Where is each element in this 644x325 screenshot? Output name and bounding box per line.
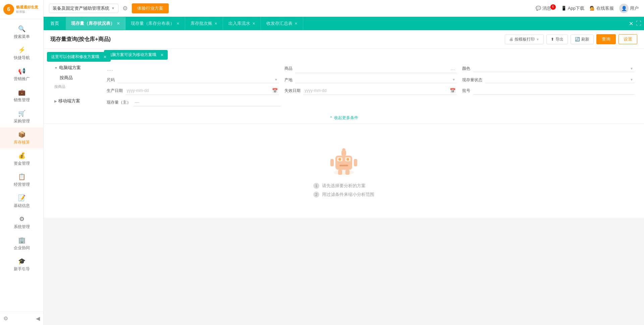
sidebar-item-corp[interactable]: 🏢 企业协同 xyxy=(0,233,43,254)
tooltip2-text: 这里可以创建和修改方案哦 xyxy=(51,54,99,60)
sidebar: 6 畅通通好生意 标准版 🔍 搜索菜单 ⚡ 快捷导航 📢 营销推广 💼 销售管理 xyxy=(0,0,44,325)
system-selector[interactable]: 装备及固定资产辅助管理系统 ▼ xyxy=(49,4,118,13)
collapse-sidebar-icon[interactable]: ◀ xyxy=(36,315,40,322)
tab-close-all-icon[interactable]: ✕ xyxy=(629,20,633,27)
tab-inventory-dist[interactable]: 现存量（库存分布表） ✕ xyxy=(125,17,185,30)
logo: 6 畅通通好生意 标准版 xyxy=(0,0,43,19)
origin-select-arrow: ▼ xyxy=(452,78,455,82)
message-action[interactable]: 💬 消息 6 xyxy=(536,5,556,11)
sidebar-item-search[interactable]: 🔍 搜索菜单 xyxy=(0,22,43,43)
ellipsis-icon-1[interactable]: … xyxy=(107,65,113,72)
tab-maximize-icon[interactable]: ⛶ xyxy=(636,20,641,26)
color-select[interactable]: ▼ xyxy=(473,65,635,72)
svg-rect-11 xyxy=(338,170,342,175)
empty-tips: 1 请先选择要分析的方案 2 用过滤条件来缩小分析范围 xyxy=(313,183,374,198)
scheme-mobile-spacer: 按商品 xyxy=(50,83,101,89)
tab-close-inventory-dist[interactable]: ✕ xyxy=(176,21,179,26)
tab-close-receive[interactable]: ✕ xyxy=(294,21,298,26)
filter-body: 这里可以创建和修改方案哦 ✕ ▼ 电脑端方案 按商品 按商 xyxy=(50,63,637,112)
page-inner: 现存量查询(按仓库+商品) 🖨 按模板打印 ▼ ⬆ 导出 🔄 xyxy=(44,30,644,218)
page-header: 现存量查询(按仓库+商品) 🖨 按模板打印 ▼ ⬆ 导出 🔄 xyxy=(44,30,644,49)
origin-select[interactable]: ▼ xyxy=(295,76,457,83)
expire-date-input[interactable]: yyyy-mm-dd 📅 xyxy=(303,87,457,95)
message-icon: 💬 xyxy=(536,6,541,11)
calendar-icon-2[interactable]: 📅 xyxy=(450,88,455,93)
tab-inventory-status[interactable]: 现存量（库存状况表） ✕ xyxy=(66,17,125,30)
calendar-icon-1[interactable]: 📅 xyxy=(272,88,278,93)
marketing-icon: 📢 xyxy=(18,67,25,75)
scheme-mobile-label: 移动端方案 xyxy=(58,98,80,104)
tab-batch[interactable]: 库存批次账 ✕ xyxy=(185,17,223,30)
sidebar-item-basic[interactable]: 📝 基础信息 xyxy=(0,191,43,212)
tip-num-2: 2 xyxy=(313,192,319,198)
filter-field-status: 现存量状态 ▼ xyxy=(462,76,635,83)
trial-button[interactable]: 体验行业方案 xyxy=(132,3,169,13)
tooltip-scheme: 电脑方案可设为移动方案哦 ✕ xyxy=(104,50,168,60)
tab-inout[interactable]: 出入库流水 ✕ xyxy=(223,17,261,30)
filter-field-stock-main: 现存量（主） — xyxy=(107,98,281,106)
sidebar-label-search: 搜索菜单 xyxy=(14,34,30,40)
tip-text-2: 用过滤条件来缩小分析范围 xyxy=(322,192,374,198)
stock-main-input[interactable]: — xyxy=(133,98,281,106)
support-action[interactable]: 💁 在线客服 xyxy=(590,5,614,11)
settings-icon[interactable]: ⚙ xyxy=(122,5,128,12)
collapse-button[interactable]: ⌃ 收起更多条件 xyxy=(50,112,637,123)
operation-icon: 📋 xyxy=(18,173,25,180)
logo-badge: 标准版 xyxy=(16,10,38,14)
svg-point-4 xyxy=(338,158,341,161)
sidebar-item-purchase[interactable]: 🛒 采购管理 xyxy=(0,106,43,127)
sidebar-item-quick[interactable]: ⚡ 快捷导航 xyxy=(0,43,43,64)
empty-illustration xyxy=(327,144,361,177)
status-select-arrow: ▼ xyxy=(630,78,633,82)
goods-input[interactable]: … xyxy=(295,64,457,73)
collapse-icon: ⌃ xyxy=(329,116,333,120)
tab-close-batch[interactable]: ✕ xyxy=(214,21,217,26)
svg-point-5 xyxy=(346,158,349,161)
tab-home[interactable]: 首页 xyxy=(44,17,66,30)
tab-receive[interactable]: 收发存汇总表 ✕ xyxy=(261,17,303,30)
settings-footer-icon[interactable]: ⚙ xyxy=(3,315,8,322)
sidebar-item-guide[interactable]: 🎓 新手引导 xyxy=(0,254,43,275)
settings-button[interactable]: 设置 xyxy=(619,34,637,44)
user-action[interactable]: 👤 用户 xyxy=(619,4,639,13)
sidebar-footer: ⚙ ◀ xyxy=(0,312,43,325)
ellipsis-icon-2[interactable]: … xyxy=(450,65,455,71)
sidebar-item-inventory[interactable]: 📦 库存核算 xyxy=(0,127,43,149)
filter-area: 按以下方案查询 + ✎ ← 电脑方案可设为移动方 xyxy=(44,49,644,124)
search-button[interactable]: 查询 xyxy=(596,34,616,44)
size-select[interactable]: ▼ xyxy=(117,76,279,83)
sidebar-item-marketing[interactable]: 📢 营销推广 xyxy=(0,64,43,85)
stock-range-dash: — xyxy=(135,100,139,105)
sidebar-item-finance[interactable]: 💰 资金管理 xyxy=(0,149,43,170)
tab-close-inout[interactable]: ✕ xyxy=(252,21,255,26)
guide-icon: 🎓 xyxy=(18,258,25,265)
tab-close-inventory-status[interactable]: ✕ xyxy=(117,21,120,26)
empty-tip-2: 2 用过滤条件来缩小分析范围 xyxy=(313,192,374,198)
filter-fields: … 商品 … xyxy=(104,63,637,112)
app-download-action[interactable]: 📱 App下载 xyxy=(561,5,584,11)
sidebar-item-sales[interactable]: 💼 销售管理 xyxy=(0,85,43,106)
scheme-desktop-item[interactable]: 按商品 xyxy=(50,73,101,83)
refresh-icon: 🔄 xyxy=(575,37,580,42)
finance-icon: 💰 xyxy=(18,152,25,159)
tooltip2-close[interactable]: ✕ xyxy=(103,55,107,59)
topbar-right: 💬 消息 6 📱 App下载 💁 在线客服 👤 用户 xyxy=(536,4,639,13)
export-button[interactable]: ⬆ 导出 xyxy=(546,35,568,44)
tooltip1-close[interactable]: ✕ xyxy=(160,53,164,57)
sidebar-item-system[interactable]: ⚙ 系统管理 xyxy=(0,212,43,233)
status-select[interactable]: ▼ xyxy=(485,76,635,83)
goods-label: 商品 xyxy=(284,66,292,71)
refresh-button[interactable]: 🔄 刷新 xyxy=(571,35,594,44)
basic-icon: 📝 xyxy=(18,194,25,202)
scheme-mobile[interactable]: ▶ 移动端方案 xyxy=(50,96,101,106)
produce-date-input[interactable]: yyyy-mm-dd 📅 xyxy=(125,87,279,95)
page-content: 现存量查询(按仓库+商品) 🖨 按模板打印 ▼ ⬆ 导出 🔄 xyxy=(44,30,644,325)
filter-field-size: 尺码 ▼ xyxy=(107,76,279,83)
notification-badge: 6 xyxy=(550,4,556,10)
stock-main-label: 现存量（主） xyxy=(107,100,131,105)
print-button[interactable]: 🖨 按模板打印 ▼ xyxy=(505,35,544,44)
sidebar-item-operation[interactable]: 📋 经营管理 xyxy=(0,170,43,191)
batch-input[interactable] xyxy=(473,87,635,95)
inventory-icon: 📦 xyxy=(18,131,25,138)
scheme-desktop[interactable]: ▼ 电脑端方案 xyxy=(50,63,101,73)
